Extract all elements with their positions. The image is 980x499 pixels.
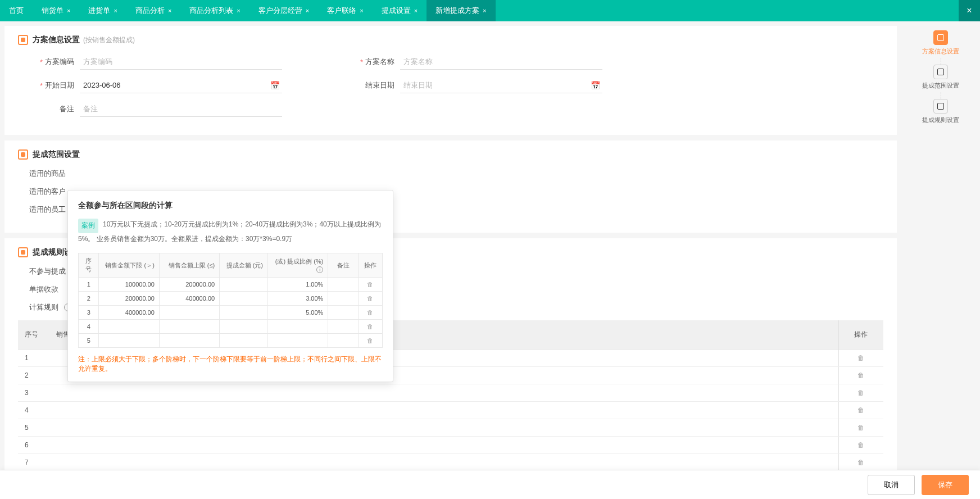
label-plan-code: 方案编码 (45, 57, 74, 67)
tab-customer-contact[interactable]: 客户联络× (318, 0, 372, 21)
tab-new-commission-plan[interactable]: 新增提成方案× (427, 0, 495, 21)
tab-product-analysis[interactable]: 商品分析× (126, 0, 180, 21)
close-all-tabs-button[interactable]: × (959, 0, 980, 21)
delete-icon[interactable]: 🗑 (367, 337, 373, 344)
table-row: 2200000.00400000.003.00%🗑 (79, 292, 383, 306)
plan-code-input[interactable] (80, 54, 282, 70)
label-calc-rule: 计算规则 (29, 302, 58, 312)
example-badge: 案例 (78, 219, 98, 233)
start-date-input[interactable] (80, 78, 282, 93)
close-icon[interactable]: × (168, 7, 171, 14)
delete-icon[interactable]: 🗑 (367, 309, 373, 316)
tab-commission-settings[interactable]: 提成设置× (373, 0, 427, 21)
section-title: 提成范围设置 (33, 149, 80, 160)
tab-customer-tier[interactable]: 客户分层经营× (249, 0, 318, 21)
label-exclude: 不参与提成 (29, 266, 66, 276)
label-plan-name: 方案名称 (365, 57, 394, 67)
anchor-nav: 方案信息设置 提成范围设置 提成规则设置 (901, 21, 980, 470)
table-row: 5🗑 (79, 334, 383, 348)
table-row[interactable]: 5🗑 (18, 419, 883, 437)
save-button[interactable]: 保存 (922, 475, 969, 495)
label-employees: 适用的员工 (29, 205, 66, 215)
section-subtitle: (按销售金额提成) (83, 35, 135, 45)
delete-icon[interactable]: 🗑 (367, 323, 373, 330)
delete-icon[interactable]: 🗑 (858, 371, 864, 379)
section-icon (18, 149, 28, 160)
anchor-plan-info[interactable]: 方案信息设置 (922, 30, 959, 56)
label-remark: 备注 (60, 104, 74, 114)
plan-name-input[interactable] (400, 54, 602, 70)
label-goods: 适用的商品 (29, 169, 66, 179)
close-icon[interactable]: × (414, 7, 418, 14)
delete-icon[interactable]: 🗑 (858, 354, 864, 362)
info-icon: i (316, 266, 323, 273)
table-row[interactable]: 7🗑 (18, 454, 883, 470)
label-amount-basis: 单据收款 (29, 284, 58, 294)
label-customers: 适用的客户 (29, 187, 66, 197)
tooltip-popup: 全额参与所在区间段的计算 案例10万元以下无提成；10-20万元提成比例为1%；… (67, 190, 393, 382)
anchor-scope[interactable]: 提成范围设置 (922, 65, 959, 90)
close-icon[interactable]: × (483, 7, 486, 14)
remark-input[interactable] (80, 101, 282, 117)
delete-icon[interactable]: 🗑 (858, 389, 864, 397)
table-row[interactable]: 3🗑 (18, 384, 883, 402)
end-date-input[interactable] (400, 78, 602, 93)
tab-product-analysis-list[interactable]: 商品分析列表× (180, 0, 249, 21)
tooltip-title: 全额参与所在区间段的计算 (78, 201, 383, 211)
tab-sales-order[interactable]: 销货单× (33, 0, 79, 21)
close-icon[interactable]: × (114, 7, 117, 14)
calendar-icon[interactable]: 📅 (270, 81, 280, 90)
cancel-button[interactable]: 取消 (868, 475, 915, 495)
col-action: 操作 (838, 320, 883, 350)
delete-icon[interactable]: 🗑 (367, 295, 373, 302)
label-end-date: 结束日期 (365, 80, 394, 90)
tab-purchase-order[interactable]: 进货单× (79, 0, 126, 21)
close-icon[interactable]: × (306, 7, 309, 14)
anchor-rules[interactable]: 提成规则设置 (922, 99, 959, 124)
delete-icon[interactable]: 🗑 (858, 441, 864, 449)
close-icon[interactable]: × (237, 7, 240, 14)
delete-icon[interactable]: 🗑 (858, 424, 864, 432)
table-row: 3400000.005.00%🗑 (79, 306, 383, 320)
label-start-date: 开始日期 (45, 80, 74, 90)
section-plan-info: 方案信息设置 (按销售金额提成) *方案编码 *方案名称 *开始日期 (4, 26, 897, 135)
tab-bar: 首页 销货单× 进货单× 商品分析× 商品分析列表× 客户分层经营× 客户联络×… (0, 0, 980, 21)
section-icon (18, 247, 28, 257)
table-row: 4🗑 (79, 320, 383, 334)
tooltip-note: 注：上限必须大于下限；多个阶梯时，下一个阶梯下限要等于前一阶梯上限；不同行之间下… (78, 355, 383, 374)
close-icon[interactable]: × (67, 7, 70, 14)
tooltip-description: 案例10万元以下无提成；10-20万元提成比例为1%；20-40万提成比例为3%… (78, 219, 383, 245)
calendar-icon[interactable]: 📅 (591, 81, 600, 90)
table-row[interactable]: 4🗑 (18, 402, 883, 419)
tooltip-example-table: 序号 销售金额下限 (＞) 销售金额上限 (≤) 提成金额 (元) (或) 提成… (78, 253, 383, 348)
col-seq: 序号 (18, 320, 49, 350)
section-title: 方案信息设置 (33, 35, 80, 45)
table-row[interactable]: 6🗑 (18, 437, 883, 454)
footer-bar: 取消 保存 (0, 470, 980, 499)
delete-icon[interactable]: 🗑 (858, 459, 864, 466)
tab-home[interactable]: 首页 (0, 0, 33, 21)
table-row: 1100000.00200000.001.00%🗑 (79, 278, 383, 292)
section-icon (18, 35, 28, 45)
close-icon[interactable]: × (360, 7, 363, 14)
delete-icon[interactable]: 🗑 (858, 406, 864, 414)
delete-icon[interactable]: 🗑 (367, 281, 373, 288)
